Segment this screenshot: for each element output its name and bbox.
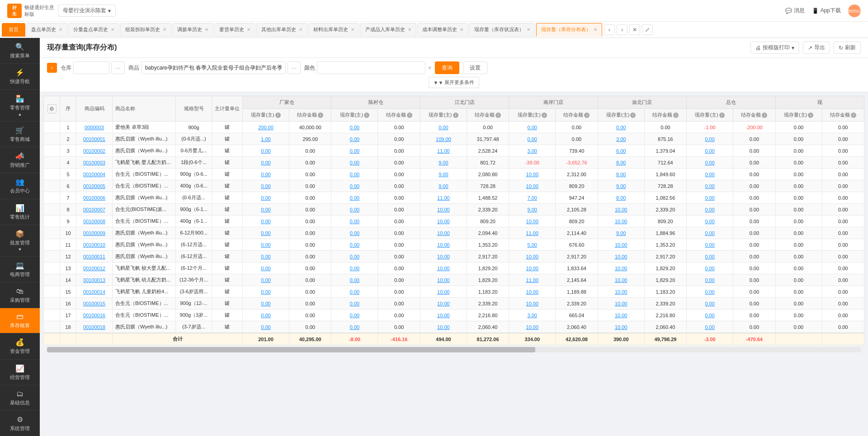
tab-close-other-out[interactable]: ✕ [299, 27, 302, 32]
tab-close-purchase[interactable]: ✕ [247, 27, 250, 32]
sidebar-item-nav[interactable]: ⚡ 快捷导航 [0, 64, 40, 89]
sidebar-item-member[interactable]: 👥 会员中心 [0, 173, 40, 199]
tab-product-in[interactable]: 产成品入库单历史 ✕ [360, 23, 416, 37]
settings-icon[interactable]: ⚙ [47, 104, 57, 113]
footer-row: 合计201.0040,295.00-8.00-416.16494.0081,27… [44, 333, 864, 345]
message-action[interactable]: 💬 消息 [785, 7, 805, 14]
sidebar-item-stock[interactable]: 🗃 库存核算 [0, 308, 40, 333]
tab-material-out[interactable]: 材料出库单历史 ✕ [308, 23, 359, 37]
tab-home[interactable]: 首页 [2, 23, 25, 37]
refresh-btn[interactable]: ↻ 刷新 [834, 42, 861, 54]
tab-inventory2[interactable]: 分量盘点单历史 ✕ [68, 23, 119, 37]
tab-close-material-out[interactable]: ✕ [351, 27, 354, 32]
total-qty-info-icon[interactable]: i [719, 113, 725, 118]
chennan-amt-info-icon[interactable]: i [407, 113, 412, 118]
sidebar-item-base[interactable]: 🗂 基础信息 [0, 385, 40, 411]
sidebar-item-search[interactable]: 🔍 搜索英单 [0, 38, 40, 64]
sidebar-item-retail-shop[interactable]: 🛒 零售商城 [0, 122, 40, 147]
horizontal-scrollbar[interactable] [47, 347, 861, 352]
industry-selector[interactable]: 母婴行业演示陈套 ▾ [58, 5, 116, 17]
export-btn[interactable]: ↗ 导出 [803, 42, 830, 54]
sidebar-item-ecommerce[interactable]: 💻 电商管理 [0, 257, 40, 282]
tab-close-cost-adjust[interactable]: ✕ [460, 27, 463, 32]
warehouse-ellipsis-btn[interactable]: ··· [111, 61, 125, 74]
tab-close-all-btn[interactable]: ✕ [629, 24, 640, 35]
yubeimen-qty-info-icon[interactable]: i [630, 113, 636, 118]
scrollbar-thumb[interactable] [47, 347, 535, 352]
jiangbei-qty-info-icon[interactable]: i [453, 113, 458, 118]
tab-close-transfer[interactable]: ✕ [205, 27, 208, 32]
tab-stock-status[interactable]: 现存量（库存状况表） ✕ [469, 23, 535, 37]
sidebar-item-ops[interactable]: 📈 经营管理 [0, 360, 40, 385]
table-row: 1400100013飞鹤星飞帆 幼儿配方奶...(12-36个月...罐0.00… [44, 274, 864, 286]
print-btn[interactable]: 🖨 按模版打印 ▾ [750, 42, 799, 54]
table-row: 900100008合生元（BIOSTIME）...400g（6-1...罐0.0… [44, 216, 864, 227]
tab-cost-adjust[interactable]: 成本调整单历史 ✕ [417, 23, 468, 37]
table-row: 1800100018惠氏启膜（Wyeth illu...)(3-7岁适...罐0… [44, 321, 864, 333]
tab-expand-btn[interactable]: ⤢ [642, 24, 653, 35]
col-unit-header: 主计量单位 [212, 96, 243, 122]
tab-close-stock-dist[interactable]: ✕ [594, 27, 597, 32]
sidebar-item-finance[interactable]: 💰 资金管理 [0, 333, 40, 359]
yubeimen-amt-info-icon[interactable]: i [673, 113, 679, 118]
factory-qty-info-icon[interactable]: i [275, 113, 281, 118]
page-header: 现存量查询(库存分布) 🖨 按模版打印 ▾ ↗ 导出 ↻ 刷新 [40, 38, 868, 58]
table-row: 10000003爱他美 卓萃3段900g罐200.0040,000.000.00… [44, 122, 864, 133]
top-bar-left: 好生 畅捷通好生意 标版 母婴行业演示陈套 ▾ [7, 4, 116, 18]
factory-amt-info-icon[interactable]: i [318, 113, 323, 118]
color-input[interactable] [317, 61, 425, 74]
tab-close-product-in[interactable]: ✕ [408, 27, 411, 32]
purchase-icon: 🛍 [16, 287, 24, 295]
expand-conditions-btn[interactable]: ▼▼ 展开更多条件 [429, 77, 480, 88]
yubeimen-amt-header: 结存金额i [644, 109, 686, 122]
top-bar-right: 💬 消息 📱 App下载 demo2 [785, 5, 861, 17]
sidebar-item-stats[interactable]: 📊 零售统计 [0, 199, 40, 225]
logo-area: 好生 畅捷通好生意 标版 [7, 4, 54, 18]
tab-purchase[interactable]: 要货单历史 ✕ [214, 23, 255, 37]
tab-close-inventory2[interactable]: ✕ [111, 27, 114, 32]
chennan-qty-info-icon[interactable]: i [364, 113, 369, 118]
tab-prev-btn[interactable]: ‹ [604, 24, 615, 35]
nanan-amt-info-icon[interactable]: i [584, 113, 590, 118]
tab-close-inventory[interactable]: ✕ [59, 27, 62, 32]
sidebar-item-purchase[interactable]: 🛍 采购管理 [0, 283, 40, 308]
user-action[interactable]: demo2 [848, 5, 861, 17]
tab-next-btn[interactable]: › [617, 24, 627, 35]
app-download-action[interactable]: 📱 App下载 [812, 7, 841, 14]
settings-btn[interactable]: 设置 [463, 61, 487, 74]
sidebar-item-retail[interactable]: 🏪 零售管理 ▲ [0, 90, 40, 122]
chennan-qty-header: 现存量(主)i [331, 109, 378, 122]
warehouse-label: 仓库 [61, 64, 71, 72]
sidebar-item-wholesale[interactable]: 📦 批发管理 ▼ [0, 225, 40, 257]
color-dropdown-icon: ▾ [428, 64, 431, 71]
tab-assembly[interactable]: 组装拆卸单历史 ✕ [120, 23, 171, 37]
col-index-header: 序 [60, 96, 76, 122]
tab-stock-dist[interactable]: 现存量（库存分布表） ✕ [536, 23, 602, 37]
sidebar-item-system[interactable]: ⚙ 系统管理 [0, 411, 40, 436]
goods-input[interactable] [141, 61, 286, 74]
goods-ellipsis-btn[interactable]: ··· [288, 61, 301, 74]
col-current-header: 现 [775, 96, 864, 109]
tab-other-out[interactable]: 其他出库单历史 ✕ [256, 23, 307, 37]
total-amt-info-icon[interactable]: i [762, 113, 767, 118]
table-container[interactable]: ⚙ 序 商品编码 商品名称 规格型号 主计量单位 厂家仓 陈村仓 江北门店 南岸… [40, 92, 868, 436]
sidebar-item-marketing[interactable]: 📣 营销推广 [0, 147, 40, 173]
tab-inventory[interactable]: 盘点单历史 ✕ [26, 23, 67, 37]
jiangbei-amt-info-icon[interactable]: i [495, 113, 501, 118]
query-btn[interactable]: 查询 [435, 61, 459, 74]
current-amt-info-icon[interactable]: i [851, 113, 856, 118]
col-chennan-header: 陈村仓 [331, 96, 420, 109]
member-icon: 👥 [15, 178, 24, 186]
tab-transfer[interactable]: 调拨单历史 ✕ [172, 23, 213, 37]
nanan-qty-info-icon[interactable]: i [542, 113, 547, 118]
tab-close-assembly[interactable]: ✕ [163, 27, 166, 32]
total-qty-header: 现存量(主)i [687, 109, 733, 122]
tab-close-stock-status[interactable]: ✕ [527, 27, 530, 32]
lightning-icon: ⚡ [15, 68, 24, 77]
warehouse-input[interactable] [73, 61, 109, 74]
table-row: 1300100012飞鹤星飞帆 较大婴儿配...(6-12个月...罐0.000… [44, 263, 864, 274]
content-area: 现存量查询(库存分布) 🖨 按模版打印 ▾ ↗ 导出 ↻ 刷新 [40, 38, 868, 436]
filter-collapse-btn[interactable]: › [47, 63, 57, 73]
jiangbei-amt-header: 结存金额i [467, 109, 509, 122]
current-qty-info-icon[interactable]: i [808, 113, 813, 118]
